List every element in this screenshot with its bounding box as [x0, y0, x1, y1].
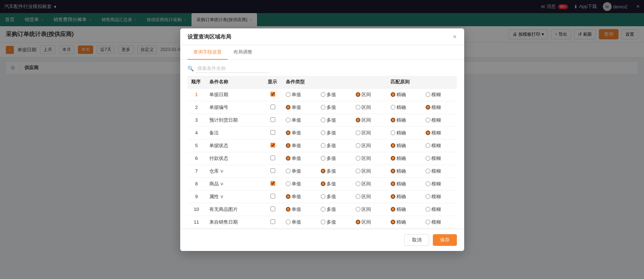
modal-overlay: 设置查询区域布局 × 查询字段设置 布局调整 🔍 顺序 条件名称	[0, 0, 644, 79]
dialog-tabs: 查询字段设置 布局调整	[180, 45, 464, 60]
col-name-header: 条件名称	[206, 76, 264, 79]
conditions-table: 顺序 条件名称 显示 条件类型 匹配原则 1单据日期 单值 多值 区间 精确 模…	[187, 76, 457, 79]
search-input[interactable]	[196, 64, 269, 73]
settings-dialog: 设置查询区域布局 × 查询字段设置 布局调整 🔍 顺序 条件名称	[180, 28, 464, 79]
tab-layout-adjust[interactable]: 布局调整	[228, 45, 258, 60]
dialog-close-button[interactable]: ×	[453, 34, 457, 40]
col-match-header: 匹配原则	[387, 76, 457, 79]
dialog-table-wrap: 顺序 条件名称 显示 条件类型 匹配原则 1单据日期 单值 多值 区间 精确 模…	[180, 76, 464, 79]
table-header-row: 顺序 条件名称 显示 条件类型 匹配原则	[187, 76, 457, 79]
dialog-title: 设置查询区域布局	[187, 34, 231, 40]
dialog-search-area: 🔍	[180, 60, 464, 76]
search-icon: 🔍	[187, 66, 194, 71]
col-order-header: 顺序	[187, 76, 206, 79]
col-type-header: 条件类型	[282, 76, 387, 79]
col-display-header: 显示	[264, 76, 282, 79]
dialog-header: 设置查询区域布局 ×	[180, 28, 464, 45]
tab-field-settings[interactable]: 查询字段设置	[187, 45, 228, 60]
